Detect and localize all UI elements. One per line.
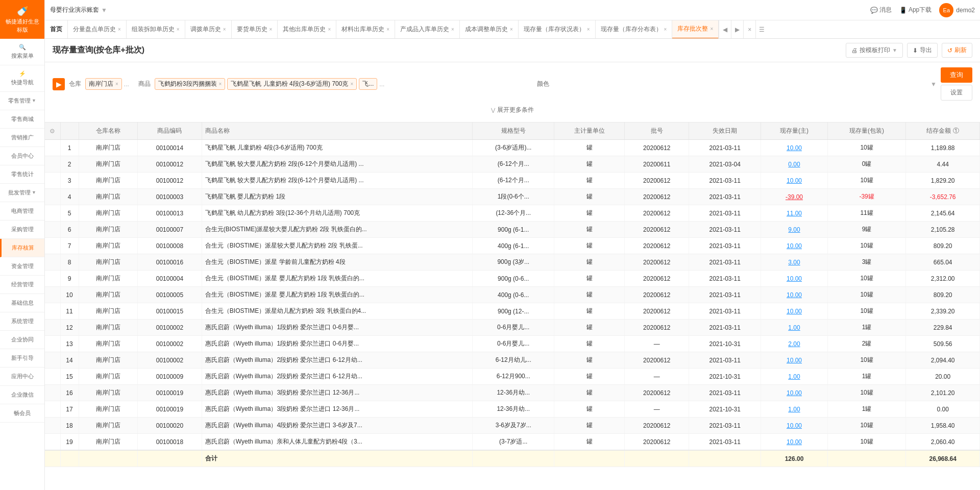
template-print-button[interactable]: 🖨 按模板打印 ▼ [846, 43, 903, 58]
cell-stock-pkg: 1罐 [827, 320, 905, 336]
sidebar-item-member2[interactable]: 畅会员 [0, 404, 44, 423]
cell-stock-main[interactable]: 10.00 [761, 352, 828, 369]
tab-home[interactable]: 首页 [45, 20, 68, 39]
tab-close-icon[interactable]: × [270, 27, 273, 32]
tab-cbtz[interactable]: 成本调整单历史 × [460, 20, 519, 39]
sidebar-item-purchase[interactable]: 采购管理 [0, 220, 44, 239]
filter-dropdown-button[interactable]: ▼ [930, 81, 937, 88]
cell-stock-main[interactable]: 9.00 [761, 222, 828, 238]
tabs-next-arrow[interactable]: ▶ [731, 20, 743, 39]
sidebar-item-corp[interactable]: 企业协同 [0, 331, 44, 349]
tab-close-icon[interactable]: × [510, 27, 513, 32]
product-tag-close-icon[interactable]: × [350, 81, 353, 87]
product-tag-1[interactable]: 飞鹤奶粉3段丙捆捆装 × [155, 78, 226, 90]
cell-stock-main[interactable]: 10.00 [761, 287, 828, 303]
sidebar-item-wholesale[interactable]: 批发管理 ▼ [0, 184, 44, 202]
cell-stock-main[interactable]: 11.00 [761, 205, 828, 222]
sidebar-item-nav[interactable]: ⚡ 快捷导航 [0, 65, 44, 92]
cell-stock-main[interactable]: 10.00 [761, 303, 828, 320]
sidebar-logo[interactable]: 🍼 畅捷通好生意 标版 [0, 0, 44, 39]
cell-stock-main[interactable]: 1.00 [761, 369, 828, 385]
product-tag-3[interactable]: 飞... [359, 78, 377, 90]
tabs-close-icon[interactable]: × [743, 20, 755, 39]
sidebar-item-apps[interactable]: 应用中心 [0, 368, 44, 386]
tabs-prev-arrow[interactable]: ◀ [719, 20, 731, 39]
tab-xcl1[interactable]: 现存量（库存状况表） × [519, 20, 596, 39]
app-download-button[interactable]: 📱 App下载 [899, 6, 932, 14]
tab-close-icon[interactable]: × [587, 27, 590, 32]
cell-stock-main[interactable]: 10.00 [761, 140, 828, 156]
tab-close-icon[interactable]: × [710, 26, 713, 32]
tab-diaobo[interactable]: 调拨单历史 × [185, 20, 232, 39]
cell-unit: 罐 [554, 205, 625, 222]
sidebar-item-system[interactable]: 系统管理 [0, 312, 44, 331]
cell-stock-main[interactable]: 10.00 [761, 238, 828, 254]
tab-close-icon[interactable]: × [177, 27, 180, 32]
sidebar-item-label: 零售商城 [11, 115, 34, 123]
warehouse-tag[interactable]: 南岸门店 × [85, 78, 122, 90]
tab-qtck[interactable]: 其他出库单历史 × [278, 20, 336, 39]
export-button[interactable]: ⬇ 导出 [907, 43, 938, 58]
cell-stock-main[interactable]: 10.00 [761, 418, 828, 434]
tab-kc[interactable]: 库存批次整 × [672, 20, 719, 39]
cell-stock-main[interactable]: 3.00 [761, 254, 828, 271]
breadcrumb-selector[interactable]: 母婴行业演示账套 ▼ [50, 6, 107, 14]
tabs-menu-icon[interactable]: ☰ [755, 20, 768, 39]
tab-close-icon[interactable]: × [223, 27, 226, 32]
cell-unit: 罐 [554, 254, 625, 271]
sidebar-item-ops[interactable]: 经营管理 [0, 276, 44, 294]
refresh-button[interactable]: ↺ 刷新 [942, 43, 972, 58]
sidebar-item-wx[interactable]: 企业微信 [0, 386, 44, 404]
tab-zuhe[interactable]: 组装拆卸单历史 × [127, 20, 185, 39]
sidebar-item-search[interactable]: 🔍 搜索菜单 [0, 39, 44, 65]
table-row: 10 南岸门店 00100005 合生元（BIOSTIME）派星 婴儿配方奶粉 … [45, 287, 980, 303]
warehouse-tag-close-icon[interactable]: × [115, 81, 118, 87]
sidebar-item-marketing[interactable]: 营销推广 [0, 129, 44, 147]
sidebar-item-stats[interactable]: 零售统计 [0, 165, 44, 184]
tab-ccrk[interactable]: 产成品入库单历史 × [395, 20, 460, 39]
sidebar-item-guide[interactable]: 新手引导 [0, 349, 44, 368]
sidebar-item-retail[interactable]: 零售管理 ▼ [0, 92, 44, 110]
col-settings-icon[interactable]: ⚙ [45, 122, 60, 140]
product-more-icon[interactable]: ... [379, 81, 384, 88]
tab-close-icon[interactable]: × [664, 27, 667, 32]
tab-fenl[interactable]: 分量盘点单历史 × [68, 20, 127, 39]
tab-close-icon[interactable]: × [386, 27, 389, 32]
cell-stock-main[interactable]: 0.00 [761, 156, 828, 173]
cell-settings [45, 238, 60, 254]
sidebar-item-ecom[interactable]: 电商管理 [0, 202, 44, 220]
cell-stock-main[interactable]: 1.00 [761, 320, 828, 336]
cell-stock-main[interactable]: 2.00 [761, 336, 828, 352]
cell-stock-main[interactable]: 10.00 [761, 271, 828, 287]
sidebar-item-store[interactable]: 零售商城 [0, 110, 44, 129]
cell-stock-main[interactable]: -39.00 [761, 189, 828, 205]
sidebar-item-inventory[interactable]: 库存核算 [0, 239, 44, 257]
tab-clck[interactable]: 材料出库单历史 × [336, 20, 395, 39]
user-info[interactable]: Ea demo2 [939, 3, 975, 17]
tab-close-icon[interactable]: × [451, 27, 454, 32]
tab-xcl2[interactable]: 现存量（库存分布表） × [596, 20, 673, 39]
sidebar-item-basic[interactable]: 基础信息 [0, 294, 44, 312]
sidebar-item-finance[interactable]: 资金管理 [0, 257, 44, 276]
cell-balance: 809.20 [906, 238, 980, 254]
query-button[interactable]: 查询 [941, 67, 972, 83]
product-tag-2[interactable]: 飞鹤星飞帆 儿童奶粉 4段(3-6岁适用) 700克 × [227, 78, 357, 90]
cell-batch: — [625, 336, 689, 352]
cell-code: 00100007 [138, 222, 202, 238]
filter-more-icon[interactable]: ... [124, 81, 129, 88]
cell-stock-main[interactable]: 10.00 [761, 434, 828, 451]
expand-more-button[interactable]: ⋁ 展开更多条件 [53, 103, 972, 117]
cell-stock-main[interactable]: 10.00 [761, 385, 828, 401]
tab-close-icon[interactable]: × [328, 27, 331, 32]
tab-yaohuo[interactable]: 要货单历史 × [232, 20, 278, 39]
filter-expand-button[interactable]: ▶ [53, 78, 65, 90]
message-button[interactable]: 💬 消息 [870, 6, 892, 14]
cell-stock-main[interactable]: 10.00 [761, 173, 828, 189]
tab-close-icon[interactable]: × [118, 27, 121, 32]
product-tag-close-icon[interactable]: × [219, 81, 222, 87]
cell-batch: 20200612 [625, 320, 689, 336]
tab-label: 调拨单历史 [190, 25, 221, 34]
cell-stock-main[interactable]: 1.00 [761, 401, 828, 418]
sidebar-item-member[interactable]: 会员中心 [0, 147, 44, 165]
settings-button[interactable]: 设置 [941, 85, 972, 101]
